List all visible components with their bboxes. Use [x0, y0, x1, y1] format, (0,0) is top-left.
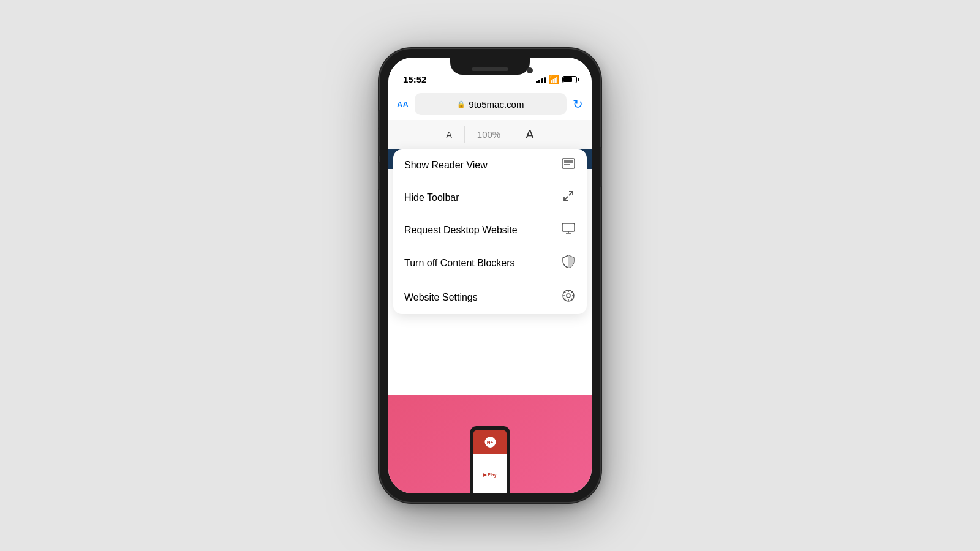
notch — [450, 58, 530, 75]
content-blockers-label: Turn off Content Blockers — [404, 258, 515, 269]
url-bar[interactable]: 🔒 9to5mac.com — [415, 93, 567, 115]
svg-line-18 — [564, 299, 565, 300]
signal-bar-3 — [541, 78, 543, 83]
power-button[interactable] — [600, 147, 602, 187]
desktop-site-icon — [561, 223, 576, 237]
url-text: 9to5mac.com — [469, 99, 524, 110]
menu-item-website-settings[interactable]: Website Settings — [393, 280, 587, 314]
volume-down-button[interactable] — [378, 162, 380, 190]
status-icons: 📶 — [536, 75, 578, 84]
dropdown-menu: Show Reader View Hide Toolbar — [393, 149, 587, 314]
website-settings-icon — [561, 289, 576, 305]
speaker-grill — [472, 67, 508, 71]
phone-frame: 15:52 📶 AA 🔒 9to5mac.com ↻ — [380, 49, 600, 502]
pink-banner: 9TO5Ma N+ ▶ Play — [388, 395, 592, 493]
menu-item-hide-toolbar[interactable]: Hide Toolbar — [393, 181, 587, 214]
front-camera — [527, 67, 533, 73]
font-decrease[interactable]: A — [434, 126, 464, 143]
battery-fill — [564, 77, 572, 82]
svg-rect-0 — [562, 159, 575, 168]
menu-item-desktop-site[interactable]: Request Desktop Website — [393, 214, 587, 246]
signal-bar-4 — [544, 77, 546, 83]
lock-icon: 🔒 — [457, 100, 466, 108]
phone-screen: 15:52 📶 AA 🔒 9to5mac.com ↻ — [388, 58, 592, 493]
content-blockers-icon — [561, 255, 576, 271]
menu-item-content-blockers[interactable]: Turn off Content Blockers — [393, 246, 587, 280]
website-settings-label: Website Settings — [404, 292, 478, 303]
hide-toolbar-icon — [561, 190, 576, 205]
svg-line-16 — [571, 299, 573, 300]
reader-view-label: Show Reader View — [404, 160, 488, 171]
signal-bar-1 — [536, 81, 538, 83]
svg-line-17 — [571, 291, 573, 293]
font-increase[interactable]: A — [513, 124, 546, 145]
wifi-icon: 📶 — [549, 75, 559, 84]
font-controls-overlay: A 100% A Show Reader View — [388, 120, 592, 314]
signal-bars — [536, 76, 546, 83]
desktop-site-label: Request Desktop Website — [404, 225, 518, 236]
reader-view-icon — [561, 158, 576, 172]
signal-bar-2 — [538, 80, 540, 83]
address-bar[interactable]: AA 🔒 9to5mac.com ↻ — [388, 88, 592, 120]
menu-item-reader-view[interactable]: Show Reader View — [393, 149, 587, 181]
aa-button[interactable]: AA — [397, 100, 409, 109]
volume-up-button[interactable] — [378, 129, 380, 156]
font-controls: A 100% A — [388, 120, 592, 149]
svg-line-15 — [564, 291, 565, 293]
reload-button[interactable]: ↻ — [573, 97, 583, 111]
font-percent: 100% — [464, 126, 513, 143]
hide-toolbar-label: Hide Toolbar — [404, 192, 459, 203]
banner-phone-image: N+ ▶ Play — [470, 426, 510, 493]
battery-icon — [562, 76, 577, 83]
status-time: 15:52 — [403, 74, 536, 84]
silent-switch[interactable] — [378, 110, 380, 129]
svg-rect-6 — [562, 223, 575, 231]
svg-point-10 — [567, 294, 570, 298]
